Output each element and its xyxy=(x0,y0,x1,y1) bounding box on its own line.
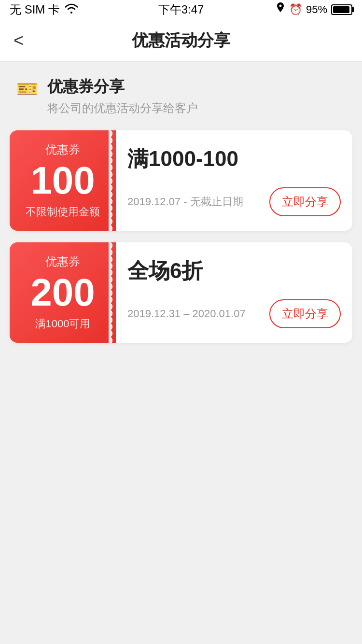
status-right: ⏰ 95% xyxy=(276,2,352,17)
coupon-meta-1: 2019.12.31 – 2020.01.07 立即分享 xyxy=(127,299,341,328)
coupon-share-icon: 🎫 xyxy=(14,76,40,101)
page-title: 优惠活动分享 xyxy=(132,29,230,52)
status-left: 无 SIM 卡 xyxy=(10,2,78,17)
battery-percent: 95% xyxy=(306,3,327,16)
coupon-card-0: 优惠券 100 不限制使用金额 满1000-100 2019.12.07 - 无… xyxy=(10,130,352,231)
network-label: 无 SIM 卡 xyxy=(10,2,60,17)
coupon-value-1: 200 xyxy=(30,273,95,312)
coupon-meta-0: 2019.12.07 - 无截止日期 立即分享 xyxy=(127,187,341,216)
wifi-icon xyxy=(65,3,78,16)
bottom-area xyxy=(0,354,362,605)
battery-icon xyxy=(331,4,352,15)
share-button-0[interactable]: 立即分享 xyxy=(269,187,341,216)
section-subtitle: 将公司的优惠活动分享给客户 xyxy=(47,100,198,116)
coupon-left-1: 优惠券 200 满1000可用 xyxy=(10,242,116,343)
coupon-date-1: 2019.12.31 – 2020.01.07 xyxy=(127,307,265,322)
coupon-condition-1: 满1000可用 xyxy=(35,317,91,331)
coupon-list: 优惠券 100 不限制使用金额 满1000-100 2019.12.07 - 无… xyxy=(0,126,362,343)
alarm-icon: ⏰ xyxy=(289,3,302,16)
coupon-name-0: 满1000-100 xyxy=(127,145,341,173)
coupon-value-0: 100 xyxy=(30,161,95,200)
nav-bar: < 优惠活动分享 xyxy=(0,19,362,62)
coupon-right-0: 满1000-100 2019.12.07 - 无截止日期 立即分享 xyxy=(116,130,352,231)
section-title: 优惠券分享 xyxy=(47,76,198,98)
location-icon xyxy=(276,2,285,17)
coupon-condition-0: 不限制使用金额 xyxy=(26,205,100,219)
section-text: 优惠券分享 将公司的优惠活动分享给客户 xyxy=(47,76,198,116)
share-button-1[interactable]: 立即分享 xyxy=(269,299,341,328)
status-bar: 无 SIM 卡 下午3:47 ⏰ 95% xyxy=(0,0,362,19)
coupon-type-0: 优惠券 xyxy=(45,142,80,157)
back-button[interactable]: < xyxy=(14,30,24,51)
coupon-type-1: 优惠券 xyxy=(45,254,80,269)
coupon-name-1: 全场6折 xyxy=(127,257,341,285)
coupon-right-1: 全场6折 2019.12.31 – 2020.01.07 立即分享 xyxy=(116,242,352,343)
coupon-left-0: 优惠券 100 不限制使用金额 xyxy=(10,130,116,231)
section-header: 🎫 优惠券分享 将公司的优惠活动分享给客户 xyxy=(0,62,362,126)
status-time: 下午3:47 xyxy=(158,2,204,17)
coupon-date-0: 2019.12.07 - 无截止日期 xyxy=(127,195,265,210)
coupon-card-1: 优惠券 200 满1000可用 全场6折 2019.12.31 – 2020.0… xyxy=(10,242,352,343)
